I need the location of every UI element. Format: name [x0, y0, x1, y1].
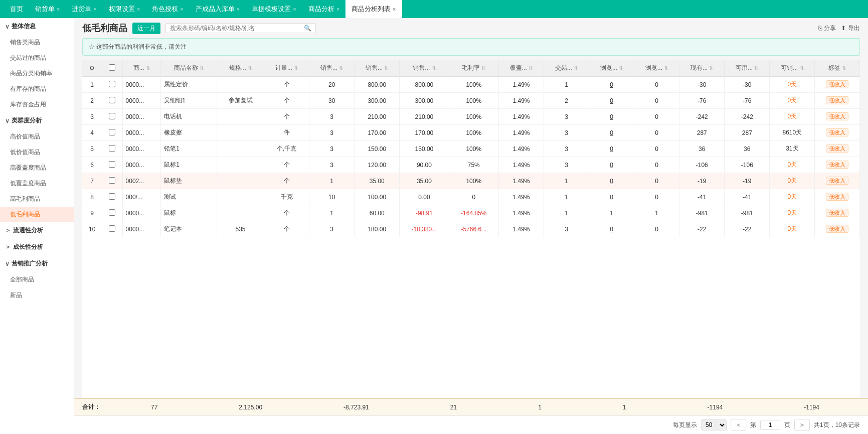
sidebar-item-low-coverage[interactable]: 低覆盖度商品	[0, 176, 74, 191]
cell-browse1[interactable]: 0	[589, 221, 634, 237]
th-available[interactable]: 可用... ⇅	[725, 60, 770, 77]
row-checkbox-6[interactable]	[109, 161, 115, 168]
row-checkbox-2[interactable]	[109, 97, 115, 103]
row-checkbox-1[interactable]	[109, 81, 115, 87]
th-coverage[interactable]: 覆盖... ⇅	[498, 60, 544, 77]
sidebar-item-high-value[interactable]: 高价值商品	[0, 129, 74, 144]
share-button[interactable]: ⎘ 分享	[818, 24, 836, 33]
row-checkbox-10[interactable]	[109, 225, 115, 232]
th-sales-price[interactable]: 销售... ⇅	[355, 60, 400, 77]
nav-permission[interactable]: 权限设置 ×	[103, 0, 146, 18]
sidebar-item-new-goods[interactable]: 新品	[0, 287, 74, 303]
row-checkbox-8[interactable]	[109, 193, 115, 200]
nav-finished-goods[interactable]: 产成品入库单 ×	[190, 0, 246, 18]
nav-home[interactable]: 首页	[4, 0, 29, 18]
th-tag[interactable]: 标签 ⇅	[815, 60, 860, 77]
th-saleable[interactable]: 可销... ⇅	[770, 60, 815, 77]
sidebar-item-in-stock-goods[interactable]: 有库存的商品	[0, 81, 74, 97]
th-sales-amount[interactable]: 销售... ⇅	[400, 60, 449, 77]
cell-checkbox[interactable]	[102, 93, 122, 109]
row-checkbox-7[interactable]	[109, 177, 115, 184]
th-sales-qty[interactable]: 销售... ⇅	[309, 60, 355, 77]
cell-browse1[interactable]: 0	[589, 141, 634, 157]
page-size-select[interactable]: 50 10 20 100	[701, 419, 727, 430]
sidebar-group-marketing[interactable]: ∨ 营销推广分析	[0, 255, 74, 272]
sidebar-item-stock-capital[interactable]: 库存资金占用	[0, 97, 74, 112]
sidebar-item-high-margin[interactable]: 高毛利商品	[0, 191, 74, 207]
sidebar-item-category-sales-rate[interactable]: 商品分类助销率	[0, 66, 74, 81]
next-page-button[interactable]: ＞	[794, 419, 810, 431]
close-permission[interactable]: ×	[137, 6, 140, 12]
th-browse2[interactable]: 浏览... ⇅	[634, 60, 679, 77]
cell-browse1[interactable]: 0	[589, 157, 634, 173]
select-all-checkbox[interactable]	[109, 64, 115, 71]
cell-checkbox[interactable]	[102, 189, 122, 205]
cell-unit: 件	[264, 125, 309, 141]
sidebar-item-low-value[interactable]: 低价值商品	[0, 144, 74, 160]
th-browse1[interactable]: 浏览... ⇅	[589, 60, 634, 77]
close-template-settings[interactable]: ×	[293, 6, 296, 12]
sidebar-group-growth[interactable]: ＞ 成长性分析	[0, 239, 74, 255]
sidebar-item-sales-goods[interactable]: 销售类商品	[0, 35, 74, 50]
close-purchase-order[interactable]: ×	[93, 6, 96, 12]
sidebar-group-circulation[interactable]: ＞ 流通性分析	[0, 222, 74, 239]
close-product-analysis[interactable]: ×	[336, 6, 339, 12]
cell-checkbox[interactable]	[102, 173, 122, 189]
th-name[interactable]: 商品名称 ⇅	[161, 60, 217, 77]
th-spec[interactable]: 规格... ⇅	[217, 60, 264, 77]
row-checkbox-4[interactable]	[109, 129, 115, 135]
th-checkbox[interactable]	[102, 60, 122, 77]
cell-checkbox[interactable]	[102, 141, 122, 157]
nav-role-auth[interactable]: 角色授权 ×	[146, 0, 189, 18]
row-checkbox-5[interactable]	[109, 145, 115, 152]
close-finished-goods[interactable]: ×	[237, 6, 240, 12]
sidebar-group-cluster[interactable]: ∨ 类群度分析	[0, 112, 74, 129]
page-number-input[interactable]	[760, 420, 780, 430]
prev-page-button[interactable]: ＜	[731, 419, 746, 431]
cell-browse1[interactable]: 0	[589, 77, 634, 93]
cell-sales-amount: 300.00	[400, 93, 449, 109]
th-code[interactable]: 商... ⇅	[122, 60, 161, 77]
close-product-analysis-list[interactable]: ×	[393, 6, 396, 12]
cell-browse1[interactable]: 0	[589, 125, 634, 141]
export-button[interactable]: ⬆ 导出	[841, 24, 860, 33]
row-checkbox-3[interactable]	[109, 113, 115, 119]
sidebar-item-low-margin[interactable]: 低毛利商品	[0, 207, 74, 222]
sidebar-item-all-goods[interactable]: 全部商品	[0, 272, 74, 287]
nav-product-analysis[interactable]: 商品分析 ×	[302, 0, 345, 18]
search-input[interactable]	[170, 25, 304, 32]
th-current-stock[interactable]: 现有... ⇅	[679, 60, 725, 77]
sort-coverage-icon: ⇅	[529, 65, 533, 71]
close-sales-order[interactable]: ×	[57, 6, 60, 12]
cell-checkbox[interactable]	[102, 221, 122, 237]
cell-spec	[217, 141, 264, 157]
th-transaction[interactable]: 交易... ⇅	[544, 60, 589, 77]
nav-product-analysis-list[interactable]: 商品分析列表 ×	[345, 0, 402, 18]
nav-sales-order[interactable]: 销货单 ×	[29, 0, 66, 18]
cell-checkbox[interactable]	[102, 77, 122, 93]
th-settings[interactable]: ⚙	[82, 60, 102, 77]
row-checkbox-9[interactable]	[109, 209, 115, 216]
cell-browse1[interactable]: 0	[589, 109, 634, 125]
filter-period-button[interactable]: 近一月	[132, 23, 160, 34]
cell-browse1[interactable]: 0	[589, 93, 634, 109]
sidebar-item-traded-goods[interactable]: 交易过的商品	[0, 50, 74, 66]
sidebar-item-high-coverage[interactable]: 高覆盖度商品	[0, 160, 74, 176]
close-role-auth[interactable]: ×	[180, 6, 183, 12]
cell-checkbox[interactable]	[102, 109, 122, 125]
cell-browse1[interactable]: 1	[589, 205, 634, 221]
cell-browse1[interactable]: 0	[589, 173, 634, 189]
cell-checkbox[interactable]	[102, 125, 122, 141]
nav-purchase-order[interactable]: 进货单 ×	[66, 0, 102, 18]
cell-browse1[interactable]: 0	[589, 189, 634, 205]
footer-sales-amount: -8,723.91	[343, 404, 369, 411]
cell-checkbox[interactable]	[102, 205, 122, 221]
cell-checkbox[interactable]	[102, 157, 122, 173]
cell-sales-price: 150.00	[355, 141, 400, 157]
sidebar-group-overall[interactable]: ∨ 整体信息	[0, 18, 74, 35]
th-unit[interactable]: 计量... ⇅	[264, 60, 309, 77]
search-icon[interactable]: 🔍	[304, 25, 311, 32]
th-gross-margin[interactable]: 毛利率 ⇅	[449, 60, 498, 77]
nav-template-settings[interactable]: 单据模板设置 ×	[246, 0, 302, 18]
cell-transaction: 2	[544, 93, 589, 109]
